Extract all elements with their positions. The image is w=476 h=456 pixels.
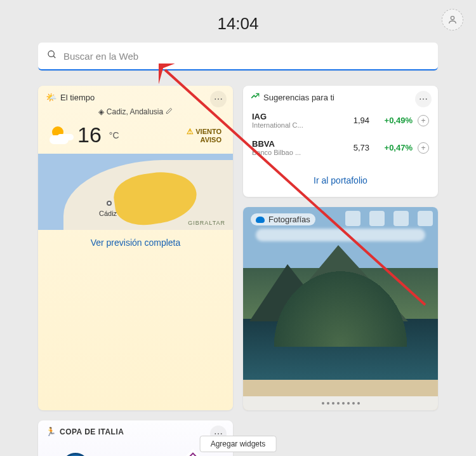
sports-title: COPA DE ITALIA [60,427,124,436]
map-gibraltar-label: GIBRALTAR [188,220,225,226]
location-pin-icon: ◈ [98,107,104,116]
temperature-unit: °C [109,130,119,140]
sports-icon: 🏃 [46,427,56,436]
weather-more-button[interactable]: ⋯ [210,91,227,107]
search-bar[interactable] [38,43,438,70]
photos-widget[interactable]: Fotografías [243,207,438,410]
onedrive-icon [256,217,265,223]
weather-widget[interactable]: 🌤️ El tiempo ⋯ ◈ Cadiz, Andalusia 16 °C … [38,86,233,410]
stocks-more-button[interactable]: ⋯ [415,91,432,107]
stock-change: +0,47% [374,143,413,152]
add-widgets-button[interactable]: Agregar widgets [200,436,277,452]
add-stock-button[interactable]: + [418,142,429,154]
stock-symbol: BBVA [252,139,333,149]
stock-symbol: IAG [252,112,333,121]
weather-icon: 🌤️ [46,92,56,102]
stock-fullname: Banco Bilbao ... [252,149,328,156]
weather-alert: ⚠ VIENTO AVISO [187,127,221,144]
stock-fullname: International C... [252,121,328,129]
portfolio-link[interactable]: Ir al portafolio [243,161,438,197]
stock-row[interactable]: IAG International C... 1,94 +0,49% + [243,107,438,134]
weather-map[interactable]: Cádiz GIBRALTAR [38,154,233,230]
desktop-icons [345,211,433,226]
forecast-link[interactable]: Ver previsión completa [38,230,233,257]
warning-icon: ⚠ [187,127,194,136]
svg-point-1 [48,51,54,57]
photo-taskbar [243,396,438,410]
stock-row[interactable]: BBVA Banco Bilbao ... 5,73 +0,47% + [243,134,438,161]
photos-title: Fotografías [268,215,310,224]
stocks-widget[interactable]: Sugerencias para ti ⋯ IAG International … [243,86,438,197]
svg-point-0 [451,17,454,20]
stock-price: 5,73 [338,143,369,152]
user-icon [447,15,458,25]
edit-location-icon[interactable] [166,107,173,116]
home-team[interactable]: N SSC Nápoles [55,453,96,456]
profile-button[interactable] [442,9,463,30]
svg-line-2 [53,56,55,58]
search-icon [47,50,57,62]
stocks-icon [251,92,260,103]
weather-location[interactable]: ◈ Cadiz, Andalusia [38,107,233,116]
weather-title: El tiempo [60,93,95,102]
map-city-label: Cádiz [99,210,117,217]
sun-cloud-icon [50,126,72,144]
clock: 14:04 [0,0,476,43]
napoli-badge-icon: N [62,453,89,456]
stock-change: +0,49% [374,116,413,125]
temperature: 16 [77,123,102,147]
stocks-title: Sugerencias para ti [263,93,334,102]
weather-location-text: Cadiz, Andalusia [107,107,163,116]
stock-price: 1,94 [338,116,369,125]
search-input[interactable] [63,51,429,62]
add-stock-button[interactable]: + [418,115,429,126]
